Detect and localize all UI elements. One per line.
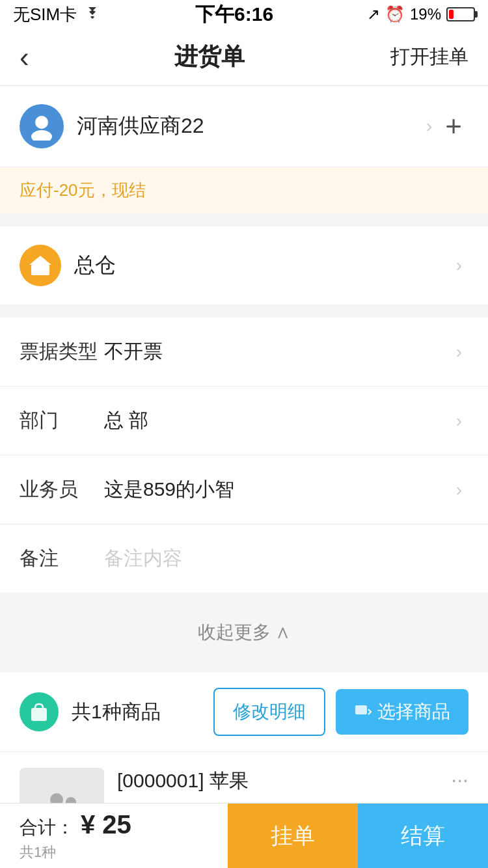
status-indicators: ↗ ⏰ 19% bbox=[367, 5, 475, 23]
battery-icon bbox=[446, 7, 475, 21]
product-count-text: 共1种商品 bbox=[72, 699, 213, 726]
product-header: 共1种商品 修改明细 选择商品 bbox=[0, 672, 488, 752]
invoice-type-label: 票据类型 bbox=[20, 338, 104, 365]
supplier-row[interactable]: 河南供应商22 › + bbox=[0, 86, 488, 167]
edit-detail-button[interactable]: 修改明细 bbox=[213, 688, 325, 736]
invoice-type-chevron-icon: › bbox=[456, 342, 462, 362]
total-label: 合计： bbox=[20, 815, 74, 840]
svg-rect-4 bbox=[31, 708, 47, 721]
department-chevron-icon: › bbox=[456, 411, 462, 431]
remark-label: 备注 bbox=[20, 545, 104, 572]
footer-total: 合计： ¥ 25 共1种 bbox=[0, 804, 228, 868]
shopping-bag-icon bbox=[27, 700, 51, 724]
department-label: 部门 bbox=[20, 407, 104, 434]
department-row[interactable]: 部门 总 部 › bbox=[0, 387, 488, 455]
svg-point-0 bbox=[35, 116, 48, 129]
salesperson-chevron-icon: › bbox=[456, 480, 462, 500]
person-icon bbox=[27, 112, 56, 141]
select-product-button[interactable]: 选择商品 bbox=[336, 689, 468, 735]
hang-button[interactable]: 挂单 bbox=[228, 804, 358, 868]
svg-point-1 bbox=[31, 130, 52, 141]
collapse-toggle[interactable]: 收起更多 ∧ bbox=[0, 606, 488, 659]
footer-sub: 共1种 bbox=[20, 843, 208, 862]
status-bar: 无SIM卡 下午6:16 ↗ ⏰ 19% bbox=[0, 0, 488, 29]
add-supplier-button[interactable]: + bbox=[439, 110, 468, 142]
warehouse-row[interactable]: 总仓 › bbox=[0, 226, 488, 305]
department-value: 总 部 bbox=[104, 407, 456, 434]
alarm-icon: ⏰ bbox=[385, 5, 405, 23]
svg-marker-3 bbox=[29, 256, 51, 265]
location-icon: ↗ bbox=[367, 5, 380, 23]
invoice-type-row[interactable]: 票据类型 不开票 › bbox=[0, 318, 488, 387]
warehouse-chevron-icon: › bbox=[456, 255, 462, 276]
back-button[interactable]: ‹ bbox=[20, 41, 29, 74]
status-time: 下午6:16 bbox=[195, 1, 273, 28]
wifi-icon bbox=[83, 7, 102, 21]
salesperson-label: 业务员 bbox=[20, 476, 104, 503]
supplier-section: 河南供应商22 › + 应付-20元，现结 bbox=[0, 86, 488, 213]
battery-percent: 19% bbox=[410, 5, 441, 23]
warehouse-name: 总仓 bbox=[74, 251, 456, 280]
supplier-avatar bbox=[20, 104, 64, 148]
form-section: 票据类型 不开票 › 部门 总 部 › 业务员 这是859的小智 › 备注 备注… bbox=[0, 318, 488, 593]
warehouse-icon-wrap bbox=[20, 245, 61, 286]
invoice-type-value: 不开票 bbox=[104, 338, 456, 365]
svg-rect-5 bbox=[355, 705, 367, 714]
product-more-button[interactable]: ··· bbox=[451, 768, 468, 792]
page-title: 进货单 bbox=[174, 41, 245, 73]
warehouse-icon bbox=[28, 253, 53, 278]
footer-total-line: 合计： ¥ 25 bbox=[20, 810, 208, 840]
checkout-button[interactable]: 结算 bbox=[358, 804, 488, 868]
product-name: [0000001] 苹果 bbox=[117, 768, 438, 794]
open-pending-button[interactable]: 打开挂单 bbox=[390, 44, 468, 70]
footer: 合计： ¥ 25 共1种 挂单 结算 bbox=[0, 803, 488, 868]
remark-input[interactable]: 备注内容 bbox=[104, 545, 468, 572]
salesperson-value: 这是859的小智 bbox=[104, 476, 456, 503]
total-amount: ¥ 25 bbox=[81, 810, 131, 839]
product-count-icon bbox=[20, 692, 59, 731]
svg-rect-2 bbox=[31, 265, 49, 275]
supplier-name: 河南供应商22 bbox=[77, 112, 426, 141]
supplier-chevron-icon: › bbox=[426, 116, 432, 137]
nav-bar: ‹ 进货单 打开挂单 bbox=[0, 29, 488, 86]
remark-row[interactable]: 备注 备注内容 bbox=[0, 524, 488, 593]
status-carrier: 无SIM卡 bbox=[13, 3, 102, 26]
supplier-notice: 应付-20元，现结 bbox=[0, 167, 488, 213]
select-product-icon bbox=[354, 704, 372, 720]
salesperson-row[interactable]: 业务员 这是859的小智 › bbox=[0, 455, 488, 524]
